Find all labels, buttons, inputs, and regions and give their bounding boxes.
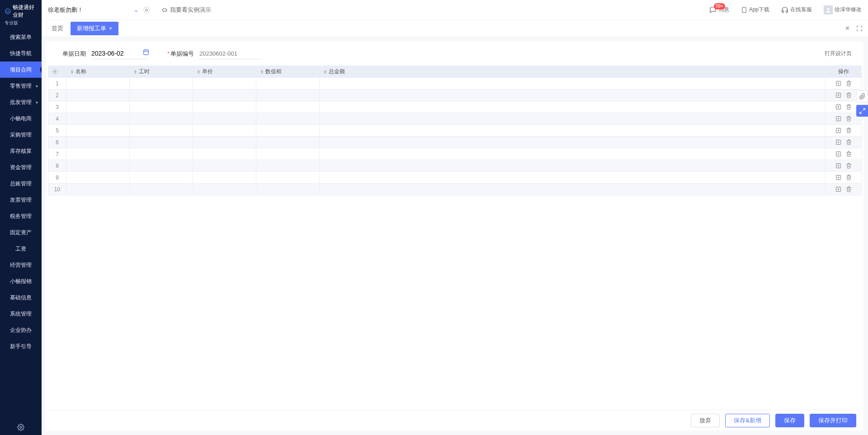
discard-button[interactable]: 放弃: [691, 414, 720, 427]
cell-hours[interactable]: [130, 113, 193, 125]
row-add-button[interactable]: [835, 186, 841, 192]
cell-hours[interactable]: [130, 101, 193, 113]
nav-item-6[interactable]: 采购管理: [0, 127, 42, 143]
cell-hours[interactable]: [130, 78, 193, 90]
cell-num[interactable]: [256, 172, 320, 184]
header-name[interactable]: ▲▼名称: [66, 66, 130, 78]
expand-button[interactable]: [856, 105, 868, 117]
cell-hours[interactable]: [130, 184, 193, 195]
table-row[interactable]: 7: [48, 148, 862, 160]
header-num[interactable]: ▲▼数值框: [256, 66, 320, 78]
nav-item-7[interactable]: 库存核算: [0, 143, 42, 159]
cell-hours[interactable]: [130, 160, 193, 172]
table-row[interactable]: 9: [48, 172, 862, 184]
row-delete-button[interactable]: [846, 151, 852, 157]
cell-price[interactable]: [193, 172, 256, 184]
cell-hours[interactable]: [130, 125, 193, 137]
cell-name[interactable]: [66, 125, 130, 137]
row-add-button[interactable]: [835, 163, 841, 169]
tab-0[interactable]: 首页: [45, 22, 70, 35]
cell-name[interactable]: [66, 113, 130, 125]
cell-price[interactable]: [193, 78, 256, 90]
cell-price[interactable]: [193, 184, 256, 195]
attachment-button[interactable]: [856, 90, 868, 102]
cell-num[interactable]: [256, 101, 320, 113]
row-add-button[interactable]: [835, 151, 841, 157]
row-delete-button[interactable]: [846, 128, 852, 133]
row-delete-button[interactable]: [846, 116, 852, 122]
header-price[interactable]: ▲▼单价: [193, 66, 256, 78]
row-delete-button[interactable]: [846, 92, 852, 98]
cell-price[interactable]: [193, 148, 256, 160]
row-add-button[interactable]: [835, 175, 841, 180]
nav-item-19[interactable]: 新手引导: [0, 338, 42, 355]
cell-total[interactable]: [320, 148, 826, 160]
nav-item-16[interactable]: 基础信息: [0, 289, 42, 306]
cell-total[interactable]: [320, 101, 826, 113]
nav-item-0[interactable]: 搜索菜单: [0, 29, 42, 45]
cell-name[interactable]: [66, 184, 130, 195]
cell-hours[interactable]: [130, 148, 193, 160]
nav-item-11[interactable]: 税务管理: [0, 208, 42, 224]
nav-item-14[interactable]: 经营管理: [0, 257, 42, 273]
user-menu[interactable]: 徐泽华修改: [824, 5, 862, 14]
header-hours[interactable]: ▲▼工时: [130, 66, 193, 78]
nav-item-10[interactable]: 发票管理: [0, 192, 42, 208]
table-row[interactable]: 3: [48, 101, 862, 113]
cell-price[interactable]: [193, 113, 256, 125]
nav-item-15[interactable]: 小畅报销: [0, 273, 42, 289]
cell-name[interactable]: [66, 101, 130, 113]
cell-name[interactable]: [66, 90, 130, 101]
cell-total[interactable]: [320, 137, 826, 148]
nav-item-9[interactable]: 总账管理: [0, 175, 42, 192]
cell-total[interactable]: [320, 90, 826, 101]
save-print-button[interactable]: 保存并打印: [810, 414, 856, 427]
cell-total[interactable]: [320, 113, 826, 125]
cell-price[interactable]: [193, 101, 256, 113]
nav-item-8[interactable]: 资金管理: [0, 159, 42, 175]
nav-item-1[interactable]: 快捷导航: [0, 45, 42, 61]
nav-item-18[interactable]: 企业协办: [0, 322, 42, 338]
table-row[interactable]: 4: [48, 113, 862, 125]
row-delete-button[interactable]: [846, 163, 852, 169]
row-delete-button[interactable]: [846, 139, 852, 145]
open-design-link[interactable]: 打开设计页: [825, 50, 852, 57]
tab-close-all[interactable]: ✕: [845, 25, 850, 32]
nav-item-3[interactable]: 零售管理▾: [0, 78, 42, 94]
row-add-button[interactable]: [835, 139, 841, 145]
fullscreen-button[interactable]: [856, 25, 863, 32]
row-delete-button[interactable]: [846, 186, 852, 192]
demo-link[interactable]: 我要看实例演示: [161, 6, 211, 14]
nav-item-12[interactable]: 固定资产: [0, 224, 42, 241]
save-new-button[interactable]: 保存&新增: [725, 414, 770, 427]
cell-total[interactable]: [320, 125, 826, 137]
row-add-button[interactable]: [835, 104, 841, 110]
cell-name[interactable]: [66, 148, 130, 160]
table-row[interactable]: 2: [48, 90, 862, 101]
cell-name[interactable]: [66, 137, 130, 148]
org-settings-button[interactable]: [143, 6, 150, 14]
table-row[interactable]: 5: [48, 125, 862, 137]
cell-total[interactable]: [320, 78, 826, 90]
nav-item-17[interactable]: 系统管理: [0, 306, 42, 322]
header-total[interactable]: ▲▼总金额: [320, 66, 826, 78]
header-gear[interactable]: [48, 66, 66, 78]
nav-item-4[interactable]: 批发管理▾: [0, 94, 42, 110]
table-row[interactable]: 10: [48, 184, 862, 195]
cell-total[interactable]: [320, 160, 826, 172]
cell-num[interactable]: [256, 90, 320, 101]
cell-num[interactable]: [256, 137, 320, 148]
cell-num[interactable]: [256, 125, 320, 137]
cell-num[interactable]: [256, 78, 320, 90]
cell-price[interactable]: [193, 125, 256, 137]
cell-num[interactable]: [256, 160, 320, 172]
save-button[interactable]: 保存: [775, 414, 804, 427]
cell-total[interactable]: [320, 172, 826, 184]
cell-name[interactable]: [66, 160, 130, 172]
row-add-button[interactable]: [835, 116, 841, 122]
cell-price[interactable]: [193, 137, 256, 148]
calendar-icon[interactable]: [143, 49, 149, 55]
table-row[interactable]: 6: [48, 137, 862, 148]
row-add-button[interactable]: [835, 80, 841, 86]
nav-item-2[interactable]: 项目合同: [0, 61, 42, 78]
